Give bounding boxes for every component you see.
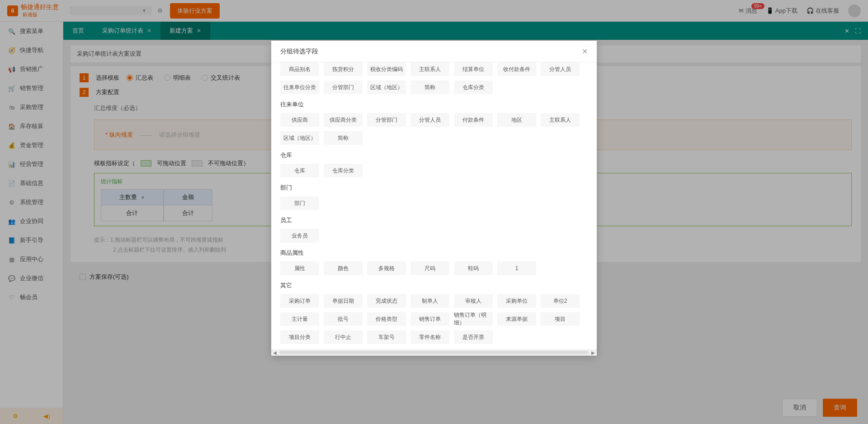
field-chip[interactable]: 来源单据 <box>497 312 536 326</box>
field-chip[interactable]: 是否开票 <box>454 330 493 344</box>
field-chip[interactable]: 区域（地区） <box>280 131 319 145</box>
field-grid-0: 供应商供应商分类分管部门分管人员付款条件地区主联系人区域（地区）简称 <box>280 113 588 145</box>
field-grid-top2: 往来单位分类分管部门区域（地区）简称仓库分类 <box>280 81 588 94</box>
field-grid-5: 采购订单单据日期完成状态制单人审核人采购单位单位2主计量批号价格类型销售订单销售… <box>280 294 588 344</box>
field-chip[interactable]: 拣货积分 <box>324 62 363 76</box>
field-group-title-1: 仓库 <box>280 151 588 159</box>
field-chip[interactable]: 仓库分类 <box>324 164 363 177</box>
field-chip[interactable]: 结算单位 <box>454 62 493 76</box>
field-chip[interactable]: 主联系人 <box>541 113 580 127</box>
field-grid-4: 属性颜色多规格尺码鞋码1 <box>280 262 588 275</box>
field-chip[interactable]: 分管部门 <box>324 81 363 94</box>
field-chip[interactable]: 单据日期 <box>324 294 363 308</box>
field-chip[interactable]: 收付款条件 <box>497 62 536 76</box>
field-chip[interactable]: 属性 <box>280 262 319 275</box>
field-selector-modal: 分组待选字段 ✕ 商品别名拣货积分税收分类编码主联系人结算单位收付款条件分管人员… <box>271 41 597 356</box>
field-chip[interactable]: 分管部门 <box>367 113 406 127</box>
modal-title: 分组待选字段 <box>280 48 318 56</box>
field-chip[interactable]: 供应商 <box>280 113 319 127</box>
field-group-title-5: 其它 <box>280 281 588 290</box>
field-group-title-3: 员工 <box>280 216 588 224</box>
modal-close-icon[interactable]: ✕ <box>582 47 588 56</box>
field-chip[interactable]: 仓库 <box>280 164 319 177</box>
field-chip[interactable]: 往来单位分类 <box>280 81 319 94</box>
field-chip[interactable]: 价格类型 <box>367 312 406 326</box>
field-chip[interactable]: 颜色 <box>324 262 363 275</box>
field-chip[interactable]: 尺码 <box>410 262 449 275</box>
field-grid-2: 部门 <box>280 196 588 210</box>
field-grid-1: 仓库仓库分类 <box>280 164 588 177</box>
field-chip[interactable]: 主联系人 <box>410 62 449 76</box>
field-group-title-0: 往来单位 <box>280 100 588 109</box>
field-chip[interactable]: 1 <box>497 262 536 275</box>
field-chip[interactable]: 项目 <box>541 312 580 326</box>
field-chip[interactable]: 部门 <box>280 196 319 210</box>
field-chip[interactable]: 地区 <box>497 113 536 127</box>
field-chip[interactable]: 业务员 <box>280 229 319 243</box>
modal-header: 分组待选字段 ✕ <box>271 41 597 62</box>
field-chip[interactable]: 销售订单（明细） <box>454 312 493 326</box>
field-chip[interactable]: 供应商分类 <box>324 113 363 127</box>
scrollbar-track[interactable] <box>279 351 589 354</box>
field-chip[interactable]: 零件名称 <box>410 330 449 344</box>
field-chip[interactable]: 商品别名 <box>280 62 319 76</box>
field-chip[interactable]: 批号 <box>324 312 363 326</box>
field-chip[interactable]: 采购订单 <box>280 294 319 308</box>
field-chip[interactable]: 鞋码 <box>454 262 493 275</box>
field-chip[interactable]: 行中止 <box>324 330 363 344</box>
field-chip[interactable]: 审核人 <box>454 294 493 308</box>
field-chip[interactable]: 区域（地区） <box>367 81 406 94</box>
field-chip[interactable]: 销售订单 <box>410 312 449 326</box>
field-chip[interactable]: 仓库分类 <box>454 81 493 94</box>
scroll-right-icon[interactable]: ▶ <box>591 350 595 355</box>
field-group-title-2: 部门 <box>280 184 588 192</box>
field-grid-top: 商品别名拣货积分税收分类编码主联系人结算单位收付款条件分管人员 <box>280 62 588 76</box>
modal-body: 商品别名拣货积分税收分类编码主联系人结算单位收付款条件分管人员往来单位分类分管部… <box>271 62 597 349</box>
field-chip[interactable]: 税收分类编码 <box>367 62 406 76</box>
field-chip[interactable]: 简称 <box>324 131 363 145</box>
field-grid-3: 业务员 <box>280 229 588 243</box>
field-chip[interactable]: 单位2 <box>541 294 580 308</box>
field-chip[interactable]: 完成状态 <box>367 294 406 308</box>
field-chip[interactable]: 采购单位 <box>497 294 536 308</box>
scroll-left-icon[interactable]: ◀ <box>273 350 277 355</box>
field-chip[interactable]: 车架号 <box>367 330 406 344</box>
field-chip[interactable]: 多规格 <box>367 262 406 275</box>
field-chip[interactable]: 制单人 <box>410 294 449 308</box>
field-chip[interactable]: 主计量 <box>280 312 319 326</box>
field-chip[interactable]: 分管人员 <box>410 113 449 127</box>
modal-h-scrollbar[interactable]: ◀ ▶ <box>271 349 597 356</box>
field-chip[interactable]: 分管人员 <box>541 62 580 76</box>
field-chip[interactable]: 付款条件 <box>454 113 493 127</box>
field-chip[interactable]: 项目分类 <box>280 330 319 344</box>
field-chip[interactable]: 简称 <box>410 81 449 94</box>
field-group-title-4: 商品属性 <box>280 249 588 257</box>
